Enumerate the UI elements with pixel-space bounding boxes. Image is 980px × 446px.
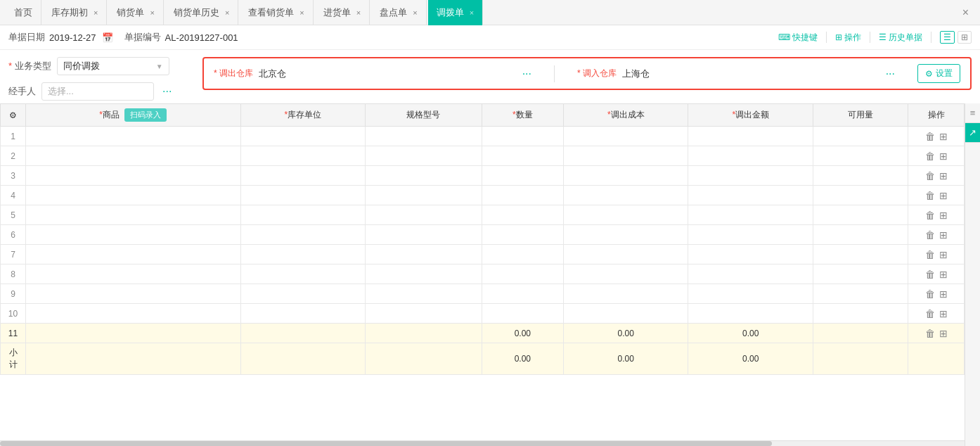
row-amount[interactable] — [688, 284, 813, 304]
row-product[interactable] — [26, 225, 241, 245]
row-unit[interactable] — [240, 186, 365, 205]
tab-sales-order[interactable]: 销货单 × — [108, 0, 163, 25]
grid-view-button[interactable]: ⊞ — [958, 31, 972, 44]
row-quantity[interactable] — [482, 225, 563, 245]
row-unit[interactable] — [240, 127, 365, 146]
row-product[interactable] — [26, 205, 241, 225]
row-cost[interactable] — [564, 245, 688, 265]
horizontal-scrollbar[interactable] — [0, 440, 965, 446]
row-amount[interactable] — [688, 127, 813, 146]
row-quantity[interactable] — [482, 166, 563, 186]
delete-icon[interactable]: 🗑 — [925, 210, 935, 221]
copy-icon[interactable]: ⊞ — [939, 170, 948, 181]
row-product[interactable] — [26, 146, 241, 166]
delete-icon[interactable]: 🗑 — [925, 308, 935, 319]
row-cost[interactable] — [564, 265, 688, 284]
delete-icon[interactable]: 🗑 — [925, 131, 935, 142]
row-product[interactable] — [26, 284, 241, 304]
row-product[interactable] — [26, 304, 241, 324]
list-view-button[interactable]: ☰ — [940, 31, 955, 44]
copy-icon[interactable]: ⊞ — [939, 269, 948, 280]
scan-button[interactable]: 扫码录入 — [124, 108, 167, 122]
row-amount[interactable] — [688, 205, 813, 225]
row-cost[interactable] — [564, 186, 688, 205]
row-cost[interactable] — [564, 146, 688, 166]
row-cost[interactable] — [564, 127, 688, 146]
row-quantity[interactable] — [482, 245, 563, 265]
gear-icon[interactable]: ⚙ — [9, 110, 17, 120]
copy-icon[interactable]: ⊞ — [939, 151, 948, 162]
tab-home[interactable]: 首页 — [6, 0, 41, 25]
close-icon[interactable]: × — [413, 8, 417, 17]
row-quantity[interactable] — [482, 304, 563, 324]
row-unit[interactable] — [240, 265, 365, 284]
delete-icon[interactable]: 🗑 — [925, 229, 935, 241]
row-amount[interactable] — [688, 166, 813, 186]
delete-icon[interactable]: 🗑 — [925, 288, 935, 300]
close-icon[interactable]: × — [225, 8, 229, 17]
row-amount[interactable] — [688, 304, 813, 324]
row-quantity[interactable] — [482, 127, 563, 146]
calendar-icon[interactable]: 📅 — [102, 32, 113, 43]
delete-icon[interactable]: 🗑 — [925, 190, 935, 201]
row-unit[interactable] — [240, 205, 365, 225]
row-quantity[interactable] — [482, 265, 563, 284]
row-spec[interactable] — [366, 304, 482, 324]
close-icon[interactable]: × — [470, 8, 474, 17]
delete-icon[interactable]: 🗑 — [925, 151, 935, 162]
row-spec[interactable] — [366, 205, 482, 225]
row-amount[interactable] — [688, 186, 813, 205]
row-quantity[interactable] — [482, 146, 563, 166]
row-amount[interactable] — [688, 245, 813, 265]
business-type-select[interactable]: 同价调拨 ▼ — [57, 57, 169, 75]
row-unit[interactable] — [240, 245, 365, 265]
tab-purchase-order[interactable]: 进货单 × — [315, 0, 370, 25]
row-product[interactable] — [26, 127, 241, 146]
close-icon[interactable]: × — [94, 8, 98, 17]
tab-sales-history[interactable]: 销货单历史 × — [165, 0, 238, 25]
handler-more-button[interactable]: ··· — [162, 85, 172, 98]
row-cost[interactable] — [564, 304, 688, 324]
close-icon[interactable]: × — [150, 8, 154, 17]
warehouse-in-more-button[interactable]: ··· — [886, 68, 895, 80]
tab-transfer[interactable]: 调拨单 × — [428, 0, 483, 25]
row-amount[interactable] — [688, 265, 813, 284]
row-product[interactable] — [26, 245, 241, 265]
row-spec[interactable] — [366, 284, 482, 304]
row-spec[interactable] — [366, 166, 482, 186]
operation-button[interactable]: ⊞ 操作 — [835, 32, 861, 44]
row-unit[interactable] — [240, 304, 365, 324]
row-quantity[interactable] — [482, 284, 563, 304]
copy-icon[interactable]: ⊞ — [939, 249, 948, 260]
sidebar-export-icon[interactable]: ↗ — [965, 123, 981, 143]
warehouse-out-more-button[interactable]: ··· — [522, 68, 531, 80]
copy-icon[interactable]: ⊞ — [939, 210, 948, 221]
delete-icon[interactable]: 🗑 — [925, 170, 935, 181]
row-cost[interactable] — [564, 284, 688, 304]
handler-select[interactable]: 选择... — [41, 82, 154, 101]
row-product[interactable] — [26, 186, 241, 205]
copy-icon[interactable]: ⊞ — [939, 288, 948, 300]
row-spec[interactable] — [366, 186, 482, 205]
row-quantity[interactable] — [482, 205, 563, 225]
settings-button[interactable]: ⚙ 设置 — [917, 64, 960, 83]
row-cost[interactable] — [564, 166, 688, 186]
delete-icon[interactable]: 🗑 — [925, 328, 935, 339]
copy-icon[interactable]: ⊞ — [939, 229, 948, 241]
row-product[interactable] — [26, 166, 241, 186]
delete-icon[interactable]: 🗑 — [925, 269, 935, 280]
row-amount[interactable] — [688, 146, 813, 166]
tab-view-sales[interactable]: 查看销货单 × — [240, 0, 313, 25]
tab-stocktake[interactable]: 盘点单 × — [371, 0, 426, 25]
row-unit[interactable] — [240, 166, 365, 186]
history-button[interactable]: ☰ 历史单据 — [879, 32, 922, 44]
row-quantity[interactable] — [482, 186, 563, 205]
delete-icon[interactable]: 🗑 — [925, 249, 935, 260]
row-spec[interactable] — [366, 146, 482, 166]
copy-icon[interactable]: ⊞ — [939, 308, 948, 319]
row-unit[interactable] — [240, 284, 365, 304]
copy-icon[interactable]: ⊞ — [939, 328, 948, 339]
row-spec[interactable] — [366, 127, 482, 146]
row-unit[interactable] — [240, 225, 365, 245]
row-spec[interactable] — [366, 245, 482, 265]
